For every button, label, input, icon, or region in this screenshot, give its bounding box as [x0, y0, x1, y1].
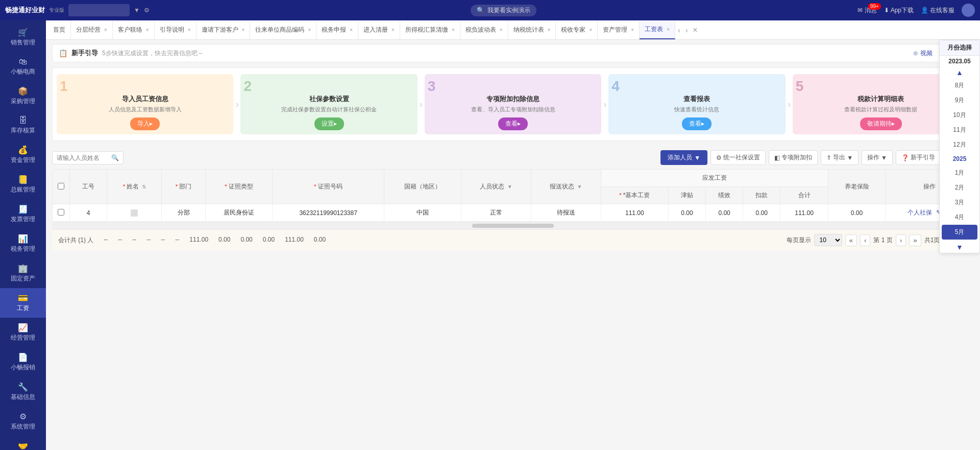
sidebar-item-report[interactable]: 📄 小畅报销 [0, 347, 46, 377]
tab-item-0[interactable]: 分层经营 × [71, 21, 113, 39]
tab-close-2[interactable]: × [188, 27, 191, 33]
tab-close-12[interactable]: × [667, 27, 670, 32]
sidebar-item-invoice[interactable]: 🧾 发票管理 [0, 199, 46, 229]
tab-close-5[interactable]: × [350, 27, 353, 33]
step-btn-2[interactable]: 设置▸ [314, 117, 344, 130]
chevron-down-icon[interactable]: ▼ [134, 7, 140, 14]
tab-item-6[interactable]: 进入清册 × [358, 21, 400, 39]
operate-btn[interactable]: 操作 ▼ [862, 150, 893, 165]
row-deduction: 0.00 [743, 204, 780, 222]
tab-close-11[interactable]: × [631, 27, 634, 33]
month-item-8[interactable]: 8月 [940, 78, 979, 93]
personal-insurance-link[interactable]: 个人社保 [908, 209, 932, 216]
online-service-btn[interactable]: 👤 在线客服 [921, 6, 954, 15]
tab-home[interactable]: 首页 [48, 20, 71, 39]
footer-dash-6: -- [175, 236, 179, 245]
video-link[interactable]: ⊙ 视频 [913, 49, 932, 58]
tab-next-btn[interactable]: › [683, 26, 691, 34]
sidebar-item-sales[interactable]: 🛒 销售管理 [0, 22, 46, 52]
tab-item-8[interactable]: 税负波动表 × [460, 21, 508, 39]
month-item-3[interactable]: 3月 [940, 195, 979, 210]
sidebar-item-salary[interactable]: 💳 工资 [0, 288, 46, 318]
app-download-btn[interactable]: ⬇ App下载 [884, 6, 914, 15]
page-next-btn[interactable]: › [896, 234, 906, 246]
tab-close-1[interactable]: × [146, 27, 149, 33]
scrollbar-thumb[interactable] [472, 224, 554, 228]
tab-close-3[interactable]: × [242, 27, 245, 33]
notification-btn[interactable]: ✉ 消息 99+ [857, 6, 876, 15]
month-item-10[interactable]: 10月 [940, 108, 979, 123]
row-checkbox[interactable] [58, 209, 64, 216]
tab-close-6[interactable]: × [391, 27, 395, 33]
month-item-2[interactable]: 2月 [940, 180, 979, 195]
tab-item-1[interactable]: 客户联络 × [113, 21, 155, 39]
sidebar-item-operations[interactable]: 📈 经营管理 [0, 318, 46, 347]
tab-item-5[interactable]: 税务申报 × [316, 21, 358, 39]
th-nationality: 国籍（地区） [384, 170, 461, 204]
new-guide-btn[interactable]: ❓ 新手引导 [896, 150, 941, 165]
month-item-9[interactable]: 9月 [940, 93, 979, 108]
month-down-btn[interactable]: ▼ [956, 243, 963, 251]
tab-close-10[interactable]: × [589, 27, 592, 33]
sidebar-item-ledger[interactable]: 📒 总账管理 [0, 170, 46, 199]
export-btn[interactable]: ⇑ 导出 ▼ [821, 150, 859, 165]
month-item-12[interactable]: 12月 [940, 137, 979, 152]
step-btn-1[interactable]: 导入▸ [130, 117, 160, 130]
sidebar-item-inventory[interactable]: 🗄 库存核算 [0, 111, 46, 140]
special-deduction-btn[interactable]: ◧ 专项附加扣 [769, 150, 818, 165]
name-sort-icon[interactable]: ⇅ [142, 184, 146, 190]
wizard-step-3: 3 专项附加扣除信息 查看、导入员工专项附加扣除信息 查看▸ [425, 74, 601, 134]
month-up-btn[interactable]: ▲ [956, 68, 963, 77]
sidebar-item-fixed[interactable]: 🏢 固定资产 [0, 258, 46, 288]
month-item-11[interactable]: 11月 [940, 123, 979, 137]
th-dept: * 部门 [162, 170, 206, 204]
tab-item-10[interactable]: 税收专家 × [556, 21, 598, 39]
search-input[interactable] [57, 154, 109, 161]
sidebar-item-finance[interactable]: 💰 资金管理 [0, 140, 46, 170]
sidebar-item-system[interactable]: ⚙ 系统管理 [0, 407, 46, 436]
demo-search[interactable]: 🔍 我要看实例演示 [471, 5, 536, 16]
page-size-select[interactable]: 10 20 50 100 [814, 234, 842, 246]
sidebar-item-purchase[interactable]: 📦 采购管理 [0, 81, 46, 111]
sidebar-item-basic[interactable]: 🔧 基础信息 [0, 377, 46, 407]
tab-close-7[interactable]: × [452, 27, 455, 33]
tab-item-12[interactable]: 工资表 × [640, 21, 675, 39]
tab-prev-btn[interactable]: ‹ [675, 26, 683, 34]
tab-item-11[interactable]: 资产管理 × [598, 21, 640, 39]
chevron-down-icon: ▼ [847, 154, 853, 161]
user-avatar[interactable] [962, 4, 975, 17]
tab-item-7[interactable]: 所得税汇算清缴 × [400, 21, 460, 39]
tab-item-3[interactable]: 邀请下游客户 × [197, 21, 251, 39]
page-last-btn[interactable]: » [909, 234, 921, 246]
report-filter-icon[interactable]: ▼ [577, 184, 582, 190]
horizontal-scrollbar[interactable] [52, 222, 974, 229]
tab-item-4[interactable]: 往来单位商品编码 × [250, 21, 316, 39]
page-first-btn[interactable]: « [845, 234, 857, 246]
tab-close-9[interactable]: × [548, 27, 551, 33]
sidebar-item-enterprise[interactable]: 🤝 企业协同 [0, 436, 46, 450]
select-all-checkbox[interactable] [58, 183, 64, 190]
month-item-4[interactable]: 4月 [940, 210, 979, 225]
month-item-5[interactable]: 5月 [942, 225, 977, 240]
sidebar-item-tax[interactable]: 📊 税务管理 [0, 229, 46, 258]
export-icon: ⇑ [826, 154, 831, 161]
tab-close-8[interactable]: × [500, 27, 503, 33]
step-btn-3[interactable]: 查看▸ [498, 117, 528, 130]
status-filter-icon[interactable]: ▼ [507, 184, 512, 190]
search-icon[interactable]: 🔍 [111, 154, 119, 161]
add-person-btn[interactable]: 添加人员 ▼ [660, 150, 707, 165]
tab-close-0[interactable]: × [104, 27, 107, 33]
page-prev-btn[interactable]: ‹ [860, 234, 870, 246]
step-btn-5[interactable]: 敬请期待▸ [860, 117, 902, 130]
tab-item-9[interactable]: 纳税统计表 × [508, 21, 556, 39]
tab-close-4[interactable]: × [308, 27, 311, 33]
company-selector[interactable] [68, 4, 130, 16]
step-btn-4[interactable]: 查看▸ [682, 117, 712, 130]
tab-item-2[interactable]: 引导说明 × [155, 21, 197, 39]
social-insurance-setting-btn[interactable]: ⚙ 统一社保设置 [710, 150, 766, 165]
sidebar-item-ecommerce[interactable]: 🛍 小畅电商 [0, 52, 46, 81]
month-panel: 月份选择 2023.05 ▲ 8月 9月 10月 11月 12月 2025 1月… [939, 40, 980, 253]
month-item-1[interactable]: 1月 [940, 165, 979, 180]
settings-icon[interactable]: ⚙ [144, 7, 150, 14]
tab-close-all-btn[interactable]: × [690, 26, 700, 35]
